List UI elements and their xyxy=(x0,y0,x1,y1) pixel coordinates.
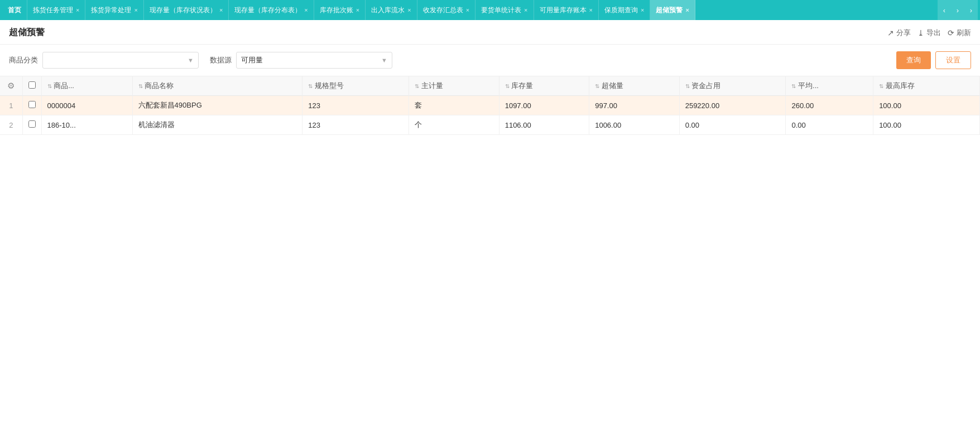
settings-button[interactable]: 设置 xyxy=(935,51,971,69)
nav-tab-quality-check[interactable]: 保质期查询 × xyxy=(599,0,650,20)
row-unit-1: 个 xyxy=(409,115,499,135)
close-tab-inventory-dist[interactable]: × xyxy=(304,7,308,13)
sort-icon-inventory: ⇅ xyxy=(505,83,510,89)
nav-arrows: ‹ › › xyxy=(938,0,978,20)
filter-actions: 查询 设置 xyxy=(896,51,971,69)
th-gear[interactable]: ⚙ xyxy=(0,76,22,96)
th-overstock[interactable]: ⇅ 超储量 xyxy=(589,76,680,96)
row-num-1: 2 xyxy=(0,115,22,135)
export-icon: ⤓ xyxy=(917,28,924,37)
nav-tab-order-stats[interactable]: 要货单统计表 × xyxy=(475,0,534,20)
th-spec[interactable]: ⇅ 规格型号 xyxy=(302,76,409,96)
close-tab-abnormal[interactable]: × xyxy=(134,7,137,13)
export-button[interactable]: ⤓ 导出 xyxy=(917,28,941,38)
page-header: 超储预警 ↗ 分享 ⤓ 导出 ⟳ 刷新 xyxy=(0,20,980,45)
sort-icon-overstock: ⇅ xyxy=(595,83,599,89)
share-button[interactable]: ↗ 分享 xyxy=(887,28,911,38)
nav-tab-overstock-alert[interactable]: 超储预警 × xyxy=(650,0,695,20)
category-filter-group: 商品分类 ▼ xyxy=(9,52,199,69)
nav-tab-abnormal[interactable]: 拣货异常处理 × xyxy=(85,0,143,20)
top-nav: 首页 拣货任务管理 × 拣货异常处理 × 现存量（库存状况表） × 现存量（库存… xyxy=(0,0,980,20)
row-spec-0: 123 xyxy=(302,96,409,115)
th-checkbox xyxy=(22,76,41,96)
nav-next-arrow[interactable]: › xyxy=(951,0,964,20)
nav-prev-arrow[interactable]: ‹ xyxy=(938,0,951,20)
nav-tab-home[interactable]: 首页 xyxy=(2,0,27,20)
nav-tab-batch-account[interactable]: 库存批次账 × xyxy=(314,0,366,20)
th-capital[interactable]: ⇅ 资金占用 xyxy=(679,76,786,96)
close-tab-quality-check[interactable]: × xyxy=(641,7,644,13)
page-title: 超储预警 xyxy=(9,27,45,38)
datasource-filter-label: 数据源 xyxy=(210,55,232,65)
sort-icon-spec: ⇅ xyxy=(308,83,313,89)
page-content: 超储预警 ↗ 分享 ⤓ 导出 ⟳ 刷新 商品分类 ▼ 数据源 xyxy=(0,20,980,446)
row-product-code-1: 186-10... xyxy=(41,115,132,135)
table-row: 2 186-10... 机油滤清器 123 个 1106.00 1006.00 … xyxy=(0,115,980,135)
refresh-icon: ⟳ xyxy=(948,28,954,37)
nav-tab-inout-flow[interactable]: 出入库流水 × xyxy=(366,0,417,20)
category-filter-label: 商品分类 xyxy=(9,55,38,65)
category-select[interactable]: ▼ xyxy=(42,52,199,69)
category-select-arrow: ▼ xyxy=(188,57,194,64)
row-overstock-1: 1006.00 xyxy=(589,115,680,135)
th-inventory[interactable]: ⇅ 库存量 xyxy=(499,76,589,96)
sort-icon-avg: ⇅ xyxy=(791,83,796,89)
refresh-button[interactable]: ⟳ 刷新 xyxy=(948,28,971,38)
row-unit-0: 套 xyxy=(409,96,499,115)
nav-more-arrow[interactable]: › xyxy=(964,0,978,20)
close-tab-inout-flow[interactable]: × xyxy=(407,7,411,13)
select-all-checkbox[interactable] xyxy=(28,81,36,89)
close-tab-task-mgmt[interactable]: × xyxy=(76,7,79,13)
gear-icon[interactable]: ⚙ xyxy=(7,81,15,90)
row-product-code-0: 0000004 xyxy=(41,96,132,115)
th-max-stock[interactable]: ⇅ 最高库存 xyxy=(873,76,980,96)
row-overstock-0: 997.00 xyxy=(589,96,680,115)
table-row: 1 0000004 六配套新昌490BPG 123 套 1097.00 997.… xyxy=(0,96,980,115)
close-tab-available-account[interactable]: × xyxy=(589,7,593,13)
row-checkbox-0[interactable] xyxy=(22,96,41,115)
nav-tab-inventory-status[interactable]: 现存量（库存状况表） × xyxy=(144,0,229,20)
row-inventory-0: 1097.00 xyxy=(499,96,589,115)
close-tab-overstock-alert[interactable]: × xyxy=(685,7,689,13)
data-table: ⚙ ⇅ 商品... ⇅ 商品名称 ⇅ 规格型号 xyxy=(0,76,980,135)
close-tab-batch-account[interactable]: × xyxy=(356,7,359,13)
close-tab-inventory-status[interactable]: × xyxy=(219,7,223,13)
datasource-filter-group: 数据源 可用量 ▼ xyxy=(210,52,392,69)
nav-tab-inventory-dist[interactable]: 现存量（库存分布表） × xyxy=(229,0,314,20)
th-product-code[interactable]: ⇅ 商品... xyxy=(41,76,132,96)
sort-icon-capital: ⇅ xyxy=(685,83,690,89)
row-num-0: 1 xyxy=(0,96,22,115)
row-product-name-1: 机油滤清器 xyxy=(132,115,302,135)
th-product-name[interactable]: ⇅ 商品名称 xyxy=(132,76,302,96)
query-button[interactable]: 查询 xyxy=(896,51,931,69)
row-product-name-0: 六配套新昌490BPG xyxy=(132,96,302,115)
row-spec-1: 123 xyxy=(302,115,409,135)
row-avg-1: 0.00 xyxy=(786,115,873,135)
datasource-select-arrow: ▼ xyxy=(381,57,387,64)
row-checkbox-1[interactable] xyxy=(22,115,41,135)
sort-icon-max-stock: ⇅ xyxy=(879,83,883,89)
row-capital-1: 0.00 xyxy=(679,115,786,135)
row-inventory-1: 1106.00 xyxy=(499,115,589,135)
sort-icon-product-name: ⇅ xyxy=(138,83,143,89)
th-unit[interactable]: ⇅ 主计量 xyxy=(409,76,499,96)
sort-icon-unit: ⇅ xyxy=(415,83,419,89)
datasource-select[interactable]: 可用量 ▼ xyxy=(236,52,392,69)
sort-icon-product-code: ⇅ xyxy=(47,83,52,89)
filter-area: 商品分类 ▼ 数据源 可用量 ▼ 查询 设置 xyxy=(0,45,980,76)
table-container: ⚙ ⇅ 商品... ⇅ 商品名称 ⇅ 规格型号 xyxy=(0,76,980,135)
row-max-stock-0: 100.00 xyxy=(873,96,980,115)
nav-tab-available-account[interactable]: 可用量库存账本 × xyxy=(534,0,599,20)
nav-tab-recv-summary[interactable]: 收发存汇总表 × xyxy=(417,0,475,20)
table-header-row: ⚙ ⇅ 商品... ⇅ 商品名称 ⇅ 规格型号 xyxy=(0,76,980,96)
th-avg[interactable]: ⇅ 平均... xyxy=(786,76,873,96)
close-tab-recv-summary[interactable]: × xyxy=(466,7,469,13)
row-avg-0: 260.00 xyxy=(786,96,873,115)
header-actions: ↗ 分享 ⤓ 导出 ⟳ 刷新 xyxy=(887,28,971,38)
row-capital-0: 259220.00 xyxy=(679,96,786,115)
datasource-select-value: 可用量 xyxy=(241,55,263,65)
table-body: 1 0000004 六配套新昌490BPG 123 套 1097.00 997.… xyxy=(0,96,980,135)
row-max-stock-1: 100.00 xyxy=(873,115,980,135)
close-tab-order-stats[interactable]: × xyxy=(524,7,527,13)
nav-tab-task-mgmt[interactable]: 拣货任务管理 × xyxy=(27,0,85,20)
